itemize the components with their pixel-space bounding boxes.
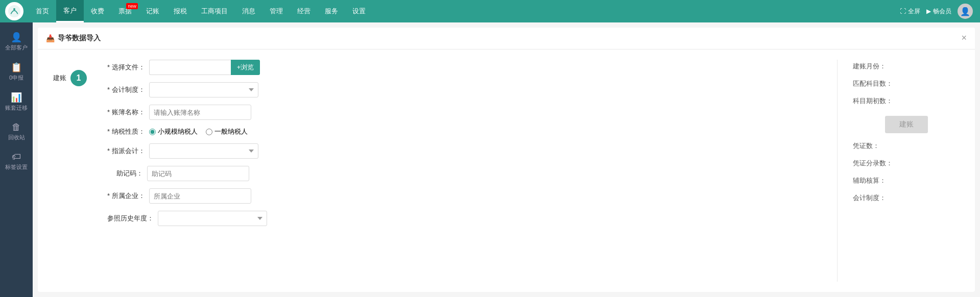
nav-item-manage[interactable]: 管理 [262,0,290,22]
company-row: * 所属企业： [107,188,817,204]
build-button[interactable]: 建账 [885,116,928,133]
fullscreen-icon: ⛶ [900,8,906,15]
nav-right: ⛶ 全屏 ▶ 畅会员 👤 [900,4,980,19]
browse-button[interactable]: +浏览 [231,60,260,75]
main-layout: 👤 全部客户 📋 0申报 📊 账套迁移 🗑 回收站 🏷 标签设置 📥 导爷 [0,22,980,297]
tax-type-label: * 纳税性质： [107,127,145,136]
file-row: * 选择文件： +浏览 [107,60,817,75]
ledger-name-input[interactable] [149,105,251,120]
ledger-name-row: * 账簿名称： [107,105,817,120]
modal-title: 📥 导爷数据导入 [46,34,101,43]
accounting-system-label: * 会计制度： [107,85,145,94]
memo-code-input[interactable] [147,166,249,181]
nav-item-message[interactable]: 消息 [235,0,262,22]
svg-point-0 [8,5,20,17]
sidebar: 👤 全部客户 📋 0申报 📊 账套迁移 🗑 回收站 🏷 标签设置 [0,22,33,297]
history-year-row: 参照历史年度： [107,211,817,226]
nav-item-invoice[interactable]: 票据 new [111,0,139,22]
voucher-records-row: 凭证分录数： [853,159,960,168]
voucher-count-label: 凭证数： [853,141,879,151]
member-button[interactable]: ▶ 畅会员 [926,7,951,16]
member-icon: ▶ [926,8,931,15]
match-subjects-label: 匹配科目数： [853,79,893,88]
accounting-system-info-row: 会计制度： [853,193,960,203]
period-initial-row: 科目期初数： [853,96,960,106]
tax-option-small[interactable]: 小规模纳税人 [149,127,198,136]
modal-title-icon: 📥 [46,34,55,42]
voucher-records-label: 凭证分录数： [853,159,893,168]
tax-type-row: * 纳税性质： 小规模纳税人 一般纳税人 [107,127,817,136]
aux-accounting-row: 辅助核算： [853,176,960,185]
nav-item-operation[interactable]: 经营 [290,0,318,22]
nav-item-settings[interactable]: 设置 [345,0,373,22]
migration-icon: 📊 [11,92,22,103]
modal-header: 📥 导爷数据导入 × [38,28,975,50]
tax-option-general[interactable]: 一般纳税人 [206,127,248,136]
period-initial-label: 科目期初数： [853,96,893,106]
sidebar-item-declaration[interactable]: 📋 0申报 [0,58,33,86]
tax-radio-general[interactable] [206,129,212,135]
sidebar-item-tags[interactable]: 🏷 标签设置 [0,147,33,175]
accounting-system-info-label: 会计制度： [853,193,886,203]
memo-code-row: 助记码： [107,166,817,181]
step-container: 建账 1 [53,70,87,86]
sidebar-item-trash[interactable]: 🗑 回收站 [0,118,33,145]
modal-panel: 📥 导爷数据导入 × 建账 1 * 选择文件 [38,28,975,292]
history-year-label: 参照历史年度： [107,214,154,223]
voucher-count-row: 凭证数： [853,141,960,151]
match-subjects-row: 匹配科目数： [853,79,960,88]
modal-body: 建账 1 * 选择文件： +浏览 [38,50,975,292]
svg-point-1 [13,8,15,10]
tax-radio-small[interactable] [149,129,156,135]
company-label: * 所属企业： [107,191,145,201]
nav-item-client[interactable]: 客户 [56,0,84,22]
nav-item-home[interactable]: 首页 [29,0,56,22]
nav-item-billing[interactable]: 收费 [84,0,111,22]
nav-item-bizproject[interactable]: 工商项目 [194,0,235,22]
nav-item-bookkeeping[interactable]: 记账 [139,0,166,22]
tax-radio-group: 小规模纳税人 一般纳税人 [149,127,248,136]
company-input[interactable] [149,188,251,204]
accountant-select[interactable] [149,143,258,159]
nav-item-service[interactable]: 服务 [318,0,345,22]
aux-accounting-label: 辅助核算： [853,176,886,185]
trash-icon: 🗑 [12,122,21,133]
file-input[interactable] [149,60,231,75]
close-button[interactable]: × [961,33,967,43]
build-month-row: 建账月份： [853,62,960,71]
file-input-group: +浏览 [149,60,260,75]
accounting-system-select[interactable] [149,82,258,97]
nav-items: 首页 客户 收费 票据 new 记账 报税 工商项目 消息 管理 经营 服务 设… [29,0,900,22]
fullscreen-button[interactable]: ⛶ 全屏 [900,7,920,16]
all-clients-icon: 👤 [11,32,22,43]
logo [5,2,23,20]
main-content: 📥 导爷数据导入 × 建账 1 * 选择文件 [33,22,980,297]
step-circle: 1 [70,70,87,86]
ledger-name-label: * 账簿名称： [107,108,145,117]
avatar[interactable]: 👤 [958,4,973,19]
accountant-label: * 指派会计： [107,146,145,156]
step-section: 建账 1 [53,60,87,282]
file-label: * 选择文件： [107,63,145,72]
sidebar-item-all-clients[interactable]: 👤 全部客户 [0,28,33,56]
memo-code-label: 助记码： [107,169,143,178]
accounting-system-row: * 会计制度： [107,82,817,97]
new-badge: new [126,3,138,9]
form-section: * 选择文件： +浏览 * 会计制度： [107,60,817,282]
sidebar-item-migration[interactable]: 📊 账套迁移 [0,88,33,116]
tags-icon: 🏷 [12,152,21,162]
declaration-icon: 📋 [11,62,22,73]
top-navigation: 首页 客户 收费 票据 new 记账 报税 工商项目 消息 管理 经营 服务 设… [0,0,980,22]
accountant-row: * 指派会计： [107,143,817,159]
right-info-section: 建账月份： 匹配科目数： 科目期初数： 建账 凭证数： [837,60,960,282]
step-label: 建账 [53,73,66,83]
nav-item-tax[interactable]: 报税 [166,0,194,22]
build-month-label: 建账月份： [853,62,886,71]
history-year-select[interactable] [158,211,267,226]
